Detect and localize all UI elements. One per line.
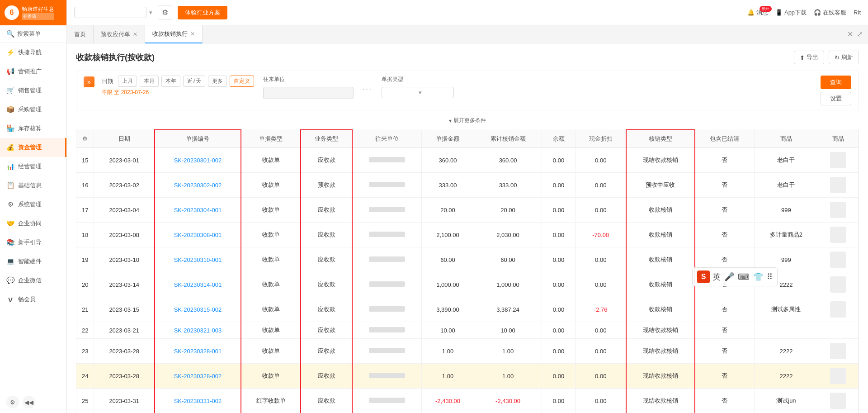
cell-amount: 60.00 [421,247,474,272]
doctype-filter-group: 单据类型 ▾ [382,76,454,98]
cell-amount: 1.00 [421,364,474,389]
cell-num: 24 [76,364,94,389]
user-menu[interactable]: Rit [854,9,861,16]
query-button[interactable]: 查询 [821,76,851,89]
marketing-icon: 📢 [6,67,14,76]
doc-no-link[interactable]: SK-20230310-001 [174,256,222,263]
online-service-btn[interactable]: 🎧 在线客服 [814,9,846,17]
cell-writeoff-amount: 1.00 [474,364,542,389]
filter-toggle-btn[interactable]: » [84,76,94,87]
expand-more-row: ▾ 展开更多条件 [76,117,859,124]
doc-no-link[interactable]: SK-20230308-001 [174,232,222,238]
tab-prepay-close[interactable]: ✕ [133,31,137,38]
th-amount: 单据金额 [421,130,474,148]
export-button[interactable]: ⬆ 导出 [794,51,824,64]
sidebar-item-basic[interactable]: 📋 基础信息 [0,176,66,195]
cell-writeoff-type: 收款核销 [626,223,694,247]
doc-no-link[interactable]: SK-20230314-001 [174,281,222,288]
sidebar-item-inventory[interactable]: 🏪 库存核算 [0,119,66,138]
basic-icon: 📋 [6,181,14,190]
doc-no-link[interactable]: SK-20230331-002 [174,398,222,404]
date-btn-more[interactable]: 更多 [208,76,227,87]
cell-partner [352,148,421,173]
settings-bottom-btn[interactable]: ⚙ [6,396,19,408]
sidebar-item-quick[interactable]: ⚡ 快捷导航 [0,43,66,62]
cell-doc-type: 收款单 [241,223,301,247]
cell-doc-type: 收款单 [241,272,301,297]
tab-close-all-btn[interactable]: ✕ [847,30,853,38]
doc-no-link[interactable]: SK-20230328-001 [174,348,222,355]
cell-biz-type: 应收款 [301,297,352,322]
sidebar-item-operation[interactable]: 📊 经营管理 [0,157,66,176]
search-input[interactable] [74,7,146,18]
th-writeoff-type: 核销类型 [626,130,694,148]
th-balance: 余额 [542,130,575,148]
cell-doc-type: 收款单 [241,247,301,272]
cell-thumb [818,322,859,339]
filter-setting-button[interactable]: 设置 [821,92,851,105]
doc-no-link[interactable]: SK-20230301-002 [174,157,222,164]
sidebar-item-sales[interactable]: 🛒 销售管理 [0,81,66,100]
cell-num: 15 [76,148,94,173]
sidebar-item-guide[interactable]: 📚 新手引导 [0,233,66,252]
sidebar-item-purchase[interactable]: 📦 采购管理 [0,100,66,119]
th-doc-no: 单据编号 [155,130,241,148]
hardware-icon: 💻 [6,257,14,266]
tab-writeoff[interactable]: 收款核销执行 ✕ [145,25,203,43]
cell-biz-type: 应收款 [301,389,352,413]
partner-input[interactable] [263,87,354,99]
tab-prepay[interactable]: 预收应付单 ✕ [94,25,145,43]
topbar: ▾ ⚙ 体验行业方案 🔔 消息 99+ 📱 App下载 🎧 在线客服 Rit [67,0,868,25]
doc-no-link[interactable]: SK-20230315-002 [174,306,222,313]
cell-goods: 测试多属性 [754,297,818,322]
solution-button[interactable]: 体验行业方案 [178,6,227,19]
doc-no-link[interactable]: SK-20230321-003 [174,327,222,334]
app-download-btn[interactable]: 📱 App下载 [775,9,807,17]
sidebar-item-system[interactable]: ⚙ 系统管理 [0,195,66,214]
date-btn-prev-month[interactable]: 上月 [118,76,137,87]
cell-doc-type: 收款单 [241,173,301,198]
cell-thumb [818,247,859,272]
sidebar-item-hardware[interactable]: 💻 智能硬件 [0,252,66,271]
tab-writeoff-close[interactable]: ✕ [190,31,195,37]
sidebar: 6 畅康道好生意 标推版 🔍 搜索菜单 ⚡ 快捷导航 📢 营销推广 🛒 销售管理… [0,0,67,413]
topbar-gear-btn[interactable]: ⚙ [158,5,172,20]
cell-biz-type: 应收款 [301,223,352,247]
cell-partner [352,322,421,339]
sidebar-item-marketing[interactable]: 📢 营销推广 [0,62,66,81]
headset-icon: 🎧 [814,9,821,16]
cell-partner [352,389,421,413]
sidebar-item-search[interactable]: 🔍 搜索菜单 [0,25,66,43]
sidebar-item-finance[interactable]: 💰 资金管理 [0,138,66,157]
sidebar-item-wechat[interactable]: 💬 企业微信 [0,271,66,290]
cell-doc-no: SK-20230304-001 [155,198,241,223]
collapse-btn[interactable]: ◀◀ [23,396,35,408]
date-btn-7days[interactable]: 近7天 [183,76,205,87]
sidebar-item-member[interactable]: V 畅会员 [0,290,66,309]
cell-doc-type: 收款单 [241,322,301,339]
doctype-select[interactable]: ▾ [382,87,454,98]
notification-btn[interactable]: 🔔 消息 99+ [747,9,768,17]
logo-icon: 6 [5,5,19,20]
table-header-row: ⚙ 日期 单据编号 单据类型 业务类型 往来单位 单据金额 累计核销金额 余额 … [76,130,859,148]
cell-partner [352,339,421,364]
cell-doc-no: SK-20230328-001 [155,339,241,364]
cell-goods: 2222 [754,364,818,389]
cell-biz-type: 应收款 [301,148,352,173]
tab-expand-btn[interactable]: ⤢ [857,30,863,38]
date-btn-custom[interactable]: 自定义 [230,76,254,87]
watermark-shirt-icon: 👕 [753,272,763,282]
expand-more-btn[interactable]: ▾ 展开更多条件 [449,117,486,124]
sidebar-item-enterprise[interactable]: 🤝 企业协同 [0,214,66,233]
tab-home[interactable]: 首页 [67,25,94,43]
doc-no-link[interactable]: SK-20230304-001 [174,207,222,214]
doc-no-link[interactable]: SK-20230302-002 [174,182,222,189]
th-settings[interactable]: ⚙ [76,130,94,148]
doc-no-link[interactable]: SK-20230328-002 [174,373,222,380]
cell-balance: 0.00 [542,198,575,223]
date-btn-this-year[interactable]: 本年 [161,76,180,87]
cell-date: 2023-03-31 [94,389,155,413]
cell-doc-no: SK-20230310-001 [155,247,241,272]
refresh-button[interactable]: ↻ 刷新 [829,51,859,64]
date-btn-this-month[interactable]: 本月 [140,76,159,87]
